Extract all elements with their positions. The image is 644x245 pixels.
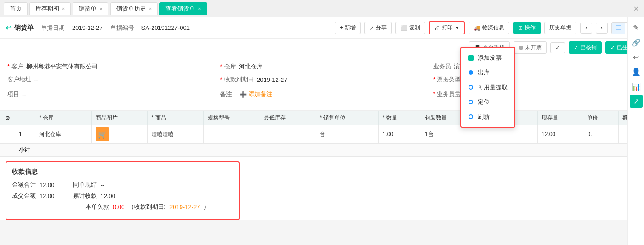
operations-button[interactable]: ⊞ 操作 xyxy=(513,22,541,34)
current-owe-label: 本单欠款 xyxy=(85,203,109,211)
doc-header: ↩ 销货单 单据日期 2019-12-27 单据编号 SA-20191227-0… xyxy=(0,17,644,39)
add-remark-button[interactable]: ➕ 添加备注 xyxy=(235,88,277,100)
row-stock: 12.00 xyxy=(537,125,583,144)
list-view-button[interactable]: ☰ xyxy=(612,23,625,34)
logistics-label: 物流信息 xyxy=(482,24,504,32)
number-label: 单据编号 xyxy=(110,24,134,32)
new-button[interactable]: + 新增 xyxy=(335,22,361,34)
history-button[interactable]: 历史单据 xyxy=(544,22,576,34)
warehouse-value: 河北仓库 xyxy=(239,63,263,71)
payment-row-3: 本单欠款 0.00 （收款到期日: 2019-12-27 ） xyxy=(12,203,233,211)
due-date-prefix: （收款到期日: xyxy=(128,203,166,211)
print-button[interactable]: 🖨 打印 ▼ xyxy=(429,21,465,34)
current-owe-item: 本单欠款 0.00 （收款到期日: 2019-12-27 ） xyxy=(85,203,209,211)
outbound-item[interactable]: 出库 xyxy=(461,65,514,80)
window-close-button[interactable]: × xyxy=(633,4,638,13)
share-label: 分享 xyxy=(376,24,387,32)
logistics-icon: 🚚 xyxy=(474,25,480,31)
prev-button[interactable]: ‹ xyxy=(580,23,592,34)
col-unit-price: 单价 xyxy=(583,111,619,125)
tab-view-sales-close[interactable]: × xyxy=(198,6,201,11)
current-owe-value: 0.00 xyxy=(113,204,124,211)
refresh-icon xyxy=(468,114,474,120)
tab-history[interactable]: 销货单历史 × xyxy=(110,2,158,15)
sidebar-expand-icon[interactable]: ⤢ xyxy=(630,95,643,108)
print-icon: 🖨 xyxy=(435,25,440,31)
amount-total-value: 12.00 xyxy=(40,182,55,188)
due-date-suffix: ） xyxy=(203,203,209,211)
payment-date-field: 收款到期日 2019-12-27 xyxy=(220,75,424,84)
add-remark-label: 添加备注 xyxy=(249,90,272,98)
doc-actions: + 新增 ↗ 分享 ⬜ 复制 🖨 打印 ▼ 🚚 物流信息 ⊞ 操作 xyxy=(335,21,638,34)
print-label: 打印 xyxy=(442,24,453,32)
locate-item[interactable]: 定位 xyxy=(461,95,514,109)
customer-field: 客户 柳州粤港平安气体有限公司 xyxy=(7,63,211,71)
square-icon xyxy=(468,55,474,61)
doc-title: ↩ 销货单 xyxy=(6,23,34,32)
operations-icon: ⊞ xyxy=(518,25,523,31)
warehouse-field: 仓库 河北仓库 xyxy=(220,63,424,71)
add-invoice-label: 添加发票 xyxy=(478,54,502,62)
share-icon: ↗ xyxy=(369,25,374,31)
cancelled-check-icon: ✓ xyxy=(574,45,578,51)
sidebar-user-icon[interactable]: 👤 xyxy=(630,65,643,78)
available-qty-item[interactable]: 可用量提取 xyxy=(461,80,514,95)
row-product: 嘻嘻嘻嘻 xyxy=(147,125,203,144)
warehouse-label: 仓库 xyxy=(220,63,236,71)
address-value: -- xyxy=(34,76,38,83)
tab-history-label: 销货单历史 xyxy=(116,5,146,13)
remark-field: 备注 ➕ 添加备注 xyxy=(220,88,424,100)
right-sidebar: ✎ 🔗 ↩ 👤 📊 ⤢ xyxy=(627,17,644,225)
row-spec xyxy=(203,125,260,144)
tab-sales[interactable]: 销货单 × xyxy=(73,2,108,15)
payment-date-value: 2019-12-27 xyxy=(257,76,288,83)
share-button[interactable]: ↗ 分享 xyxy=(364,22,392,34)
tab-view-sales[interactable]: 查看销货单 × xyxy=(159,2,207,15)
tab-sales-close[interactable]: × xyxy=(99,6,102,11)
row-index: 1 xyxy=(15,125,35,144)
col-product: * 商品 xyxy=(147,111,203,125)
product-image: 🛒 xyxy=(96,127,109,141)
remark-label: 备注 xyxy=(220,90,232,98)
circle-outline-2-icon xyxy=(469,100,473,104)
sidebar-return-icon[interactable]: ↩ xyxy=(630,51,643,63)
operations-dropdown: 添加发票 出库 可用量提取 定位 刷新 xyxy=(460,47,515,128)
logistics-button[interactable]: 🚚 物流信息 xyxy=(469,22,509,34)
employee-label: 业务员 xyxy=(433,63,451,71)
col-product-img: 商品图片 xyxy=(91,111,147,125)
copy-button[interactable]: ⬜ 复制 xyxy=(395,22,425,34)
row-gear xyxy=(0,125,15,144)
form-row-1: 客户 柳州粤港平安气体有限公司 仓库 河北仓库 业务员 演示账号 xyxy=(7,63,637,71)
tab-history-close[interactable]: × xyxy=(149,6,152,11)
tab-inventory[interactable]: 库存期初 × xyxy=(29,2,71,15)
outbound-label: 出库 xyxy=(478,68,490,77)
tab-home[interactable]: 首页 xyxy=(4,2,28,15)
sidebar-link-icon[interactable]: 🔗 xyxy=(630,36,643,49)
check-icon-btn[interactable]: ✓ xyxy=(550,42,565,53)
not-opened-button[interactable]: 未开票 xyxy=(514,41,547,54)
table-header-row: ⚙ * 仓库 商品图片 * 商品 规格型号 最低库存 * 销售单位 * 数量 包… xyxy=(0,111,644,125)
already-cancelled-button[interactable]: ✓ 已核销 xyxy=(569,41,602,54)
sidebar-chart-icon[interactable]: 📊 xyxy=(630,80,643,93)
row-warehouse: 河北仓库 xyxy=(35,125,91,144)
available-qty-icon xyxy=(468,84,474,91)
same-order-value: -- xyxy=(101,182,105,188)
refresh-item[interactable]: 刷新 xyxy=(461,109,514,124)
subtotal-row: 小计 xyxy=(0,144,644,157)
next-button[interactable]: › xyxy=(596,23,608,34)
effective-check-icon: ✓ xyxy=(610,45,615,51)
sidebar-edit-icon[interactable]: ✎ xyxy=(630,21,643,34)
cumulative-value: 12.00 xyxy=(101,193,116,199)
col-min-stock: 最低库存 xyxy=(260,111,316,125)
tab-inventory-close[interactable]: × xyxy=(62,6,65,11)
add-invoice-icon xyxy=(468,55,474,61)
col-spec: 规格型号 xyxy=(203,111,260,125)
transaction-label: 成交金额 xyxy=(12,192,36,200)
payment-row-1: 金额合计 12.00 同单现结 -- xyxy=(12,181,233,189)
payment-title: 收款信息 xyxy=(12,168,233,176)
print-dropdown-icon: ▼ xyxy=(455,25,459,30)
add-invoice-item[interactable]: 添加发票 xyxy=(461,51,514,65)
payment-date-label: 收款到期日 xyxy=(220,75,254,84)
products-table: ⚙ * 仓库 商品图片 * 商品 规格型号 最低库存 * 销售单位 * 数量 包… xyxy=(0,111,644,157)
payment-section: 收款信息 金额合计 12.00 同单现结 -- 成交金额 12.00 累计收款 … xyxy=(6,161,240,220)
